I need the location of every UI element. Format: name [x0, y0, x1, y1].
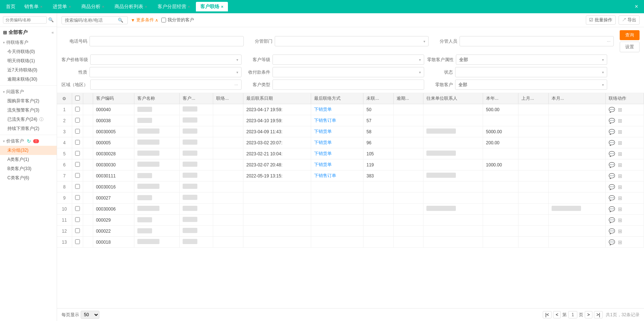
row-checkbox[interactable]: [75, 228, 80, 233]
col-code[interactable]: 客户编码: [93, 93, 134, 104]
sidebar-item-churned[interactable]: 已流失客户(24) ⓘ: [0, 115, 57, 124]
grid-action-icon[interactable]: ⊞: [618, 217, 622, 223]
last-contact-type-link[interactable]: 下销货单: [314, 140, 332, 145]
tab-purchase[interactable]: 进货单 ×: [48, 2, 75, 11]
grid-action-icon[interactable]: ⊞: [618, 129, 622, 135]
sidebar-group-pending[interactable]: ▾ 待联络客户: [0, 38, 57, 47]
reset-button[interactable]: 设置: [620, 42, 640, 52]
grid-action-icon[interactable]: ⊞: [618, 195, 622, 201]
col-last-month[interactable]: 上月...: [518, 93, 549, 104]
filter-search-input[interactable]: [65, 18, 116, 23]
col-name[interactable]: 客户名称: [134, 93, 180, 104]
chat-icon[interactable]: 💬: [609, 173, 615, 179]
person-input[interactable]: ···: [460, 36, 614, 46]
table-cell[interactable]: 下销货单: [311, 104, 363, 115]
chat-icon[interactable]: 💬: [609, 162, 615, 168]
next-page-btn[interactable]: >: [585, 311, 592, 318]
status-select[interactable]: ▾: [455, 67, 607, 77]
sidebar-item-ungroup[interactable]: 未分组(32): [0, 146, 57, 155]
retail-customer-select[interactable]: 全部 ▾: [455, 80, 607, 90]
chat-icon[interactable]: 💬: [609, 151, 615, 157]
price-level-select[interactable]: ▾: [90, 54, 242, 65]
batch-operation-btn[interactable]: ☑ 批量操作: [586, 15, 615, 25]
sidebar-item-class-c[interactable]: C类客户(6): [0, 173, 57, 183]
sidebar-item-today-pending[interactable]: 今天待联络(0): [0, 47, 57, 56]
row-checkbox[interactable]: [75, 151, 80, 156]
grid-action-icon[interactable]: ⊞: [618, 151, 622, 157]
col-uncontacted[interactable]: 未联...: [363, 93, 394, 104]
row-checkbox[interactable]: [75, 107, 80, 112]
sidebar-item-abnormal[interactable]: 囤购异常客户(2): [0, 96, 57, 106]
prev-page-btn[interactable]: <: [553, 311, 561, 318]
col-overdue[interactable]: 逾期...: [393, 93, 423, 104]
customer-type-input[interactable]: [272, 80, 425, 90]
col-this-year[interactable]: 本年...: [483, 93, 518, 104]
chat-icon[interactable]: 💬: [609, 140, 615, 146]
dept-select[interactable]: ▾: [275, 36, 429, 46]
nature-select[interactable]: ▾: [89, 67, 242, 77]
page-size-select[interactable]: 50 100 200: [81, 311, 99, 319]
filter-search-icon[interactable]: 🔍: [118, 18, 123, 23]
tab-sales-close[interactable]: ×: [40, 4, 42, 9]
chat-icon[interactable]: 💬: [609, 217, 615, 223]
select-all-checkbox[interactable]: [75, 96, 80, 100]
chat-icon[interactable]: 💬: [609, 228, 615, 234]
sidebar-group-problem[interactable]: ▾ 问题客户: [0, 87, 57, 96]
sidebar-item-tomorrow-pending[interactable]: 明天待联络(1): [0, 56, 57, 66]
tab-customer-segment[interactable]: 客户分层经营 ×: [153, 2, 194, 11]
tab-customer-contact-close[interactable]: ×: [221, 4, 223, 9]
col-last-contact-date[interactable]: 最后联系日期: [243, 93, 311, 104]
chat-icon[interactable]: 💬: [609, 107, 615, 113]
row-checkbox[interactable]: [75, 129, 80, 134]
sidebar-item-class-b[interactable]: B类客户(33): [0, 164, 57, 173]
chat-icon[interactable]: 💬: [609, 184, 615, 190]
sidebar-search-input[interactable]: [3, 16, 47, 24]
col-type[interactable]: 客户...: [180, 93, 213, 104]
sidebar-item-overdue[interactable]: 逾期未联络(30): [0, 75, 57, 84]
grid-action-icon[interactable]: ⊞: [618, 140, 622, 146]
chat-icon[interactable]: 💬: [609, 129, 615, 135]
chat-icon[interactable]: 💬: [609, 195, 615, 201]
first-page-btn[interactable]: |<: [543, 311, 552, 318]
col-unit-contact[interactable]: 往来单位联系人: [423, 93, 483, 104]
row-checkbox[interactable]: [75, 239, 80, 244]
tab-purchase-close[interactable]: ×: [68, 4, 71, 9]
last-contact-type-link[interactable]: 下销货单: [314, 107, 332, 112]
my-customers-checkbox[interactable]: [161, 18, 166, 22]
table-cell[interactable]: 下销售订单: [311, 170, 363, 181]
grid-action-icon[interactable]: ⊞: [618, 228, 622, 234]
sidebar-group-value[interactable]: ▾ 价值客户 ↻ !: [0, 137, 57, 146]
last-contact-type-link[interactable]: 下销货单: [314, 162, 332, 167]
last-contact-type-link[interactable]: 下销售订单: [314, 118, 336, 123]
home-tab[interactable]: 首页: [3, 2, 18, 11]
last-contact-type-link[interactable]: 下销售订单: [314, 173, 336, 178]
col-last-contact-type[interactable]: 最后联络方式: [311, 93, 363, 104]
table-cell[interactable]: 下销货单: [311, 148, 363, 159]
grid-action-icon[interactable]: ⊞: [618, 118, 622, 124]
sidebar-all-customers[interactable]: ⊞ 全部客户 «: [0, 27, 57, 38]
col-contact[interactable]: 联络...: [213, 93, 243, 104]
sidebar-search-icon[interactable]: 🔍: [48, 17, 54, 22]
payment-select[interactable]: ▾: [272, 67, 425, 77]
retail-attr-select[interactable]: 全部 ▾: [456, 54, 607, 65]
export-btn[interactable]: ↗ 导出: [619, 15, 640, 25]
filter-more-btn[interactable]: ▼ 更多条件 ∧: [131, 17, 158, 23]
tab-product-analysis-close[interactable]: ×: [102, 4, 104, 9]
row-checkbox[interactable]: [75, 118, 80, 123]
chat-icon[interactable]: 💬: [609, 206, 615, 212]
sidebar-item-7days-pending[interactable]: 近7天待联络(0): [0, 66, 57, 75]
customer-level-select[interactable]: ▾: [272, 54, 425, 65]
table-cell[interactable]: 下销货单: [311, 159, 363, 170]
row-checkbox[interactable]: [75, 217, 80, 222]
grid-action-icon[interactable]: ⊞: [618, 162, 622, 168]
my-customers-filter[interactable]: 我分管的客户: [161, 17, 194, 23]
sidebar-item-declining[interactable]: 持续下滑客户(2): [0, 124, 57, 133]
settings-icon[interactable]: ⚙: [57, 93, 72, 104]
grid-action-icon[interactable]: ⊞: [618, 184, 622, 190]
region-input[interactable]: ···: [90, 80, 242, 90]
table-cell[interactable]: 下销货单: [311, 126, 363, 137]
grid-action-icon[interactable]: ⊞: [618, 173, 622, 179]
sidebar-item-class-a[interactable]: A类客户(1): [0, 155, 57, 164]
last-contact-type-link[interactable]: 下销货单: [314, 129, 332, 134]
grid-action-icon[interactable]: ⊞: [618, 239, 622, 245]
